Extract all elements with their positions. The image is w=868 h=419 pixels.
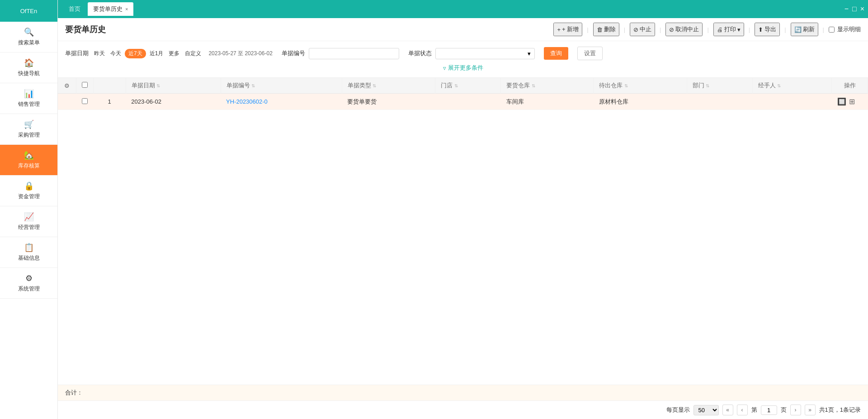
doc-num-label: 单据编号 [282,49,305,57]
cell-seq-0: 1 [93,94,126,110]
th-settings: ⚙ [58,78,76,94]
expand-filter-button[interactable]: ▿ 展开更多条件 [443,64,483,72]
select-all-checkbox[interactable] [82,82,88,88]
tab-home[interactable]: 首页 [63,2,86,16]
data-table: ⚙ 单据日期 ⇅ 单据编号 ⇅ [58,78,868,110]
cancel-stop-button[interactable]: ⊘ 取消中止 [665,23,703,36]
date-options: 昨天今天近7天近1月更多自定义 [92,49,203,58]
sidebar: OfTEn 🔍 搜索菜单 🏠 快捷导航 📊 销售管理 🛒 采购管理 🏡 库存核算… [0,0,58,419]
tab-label-requisition-history: 要货单历史 [93,5,123,13]
quick-nav-icon: 🏠 [24,58,34,68]
sort-req-warehouse-icon[interactable]: ⇅ [532,83,535,88]
th-checkbox [76,78,93,94]
table-body: 1 2023-06-02 YH-20230602-0 要货单要货 车间库 原材料… [58,94,868,110]
view-op-0[interactable]: 🔲 [837,97,846,106]
quick-nav-label: 快捷导航 [18,70,40,77]
tab-bar: 首页要货单历史× − □ × [58,0,868,18]
first-page-button[interactable]: « [722,405,733,415]
date-option-昨天[interactable]: 昨天 [92,49,107,58]
date-option-近1月[interactable]: 近1月 [148,49,165,58]
sort-doc-num-icon[interactable]: ⇅ [251,83,255,88]
sidebar-item-finance[interactable]: 🔒 资金管理 [0,176,57,206]
inventory-label: 库存核算 [18,162,40,170]
sidebar-item-system[interactable]: ⚙ 系统管理 [0,268,57,299]
date-option-更多[interactable]: 更多 [167,49,181,58]
maximize-button[interactable]: □ [852,5,857,13]
export-button[interactable]: ⬆ 导出 [755,23,780,36]
add-button[interactable]: + + 新增 [553,23,582,36]
last-page-button[interactable]: » [805,405,816,415]
sort-doc-type-icon[interactable]: ⇅ [373,83,376,88]
sort-handler-icon[interactable]: ⇅ [777,83,781,88]
doc-num-input[interactable] [309,48,399,59]
per-page-select[interactable]: 50 100 200 [693,405,719,415]
th-req-warehouse: 要货仓库 ⇅ [501,78,594,94]
print-icon: 🖨 [717,26,723,33]
status-label: 单据状态 [408,49,432,57]
status-select[interactable]: ▾ [435,48,535,59]
cell-handler-0 [752,94,831,110]
cell-checkbox[interactable] [76,94,93,110]
tab-requisition-history[interactable]: 要货单历史× [88,2,133,16]
sort-doc-date-icon[interactable]: ⇅ [156,83,160,88]
date-option-今天[interactable]: 今天 [108,49,123,58]
table-area: ⚙ 单据日期 ⇅ 单据编号 ⇅ [58,78,868,385]
more-op-0[interactable]: ⊞ [849,97,855,106]
close-button[interactable]: × [860,5,864,13]
status-filter-group: 单据状态 ▾ [408,48,535,59]
header-actions: + + 新增 | 🗑 删除 | ⊘ 中止 | ⊘ 取消中止 | [553,23,861,36]
cell-store-0 [435,94,501,110]
show-detail-toggle[interactable]: 显示明细 [829,25,861,33]
page-input[interactable] [761,405,777,415]
status-dropdown-icon: ▾ [528,50,531,57]
sidebar-item-quick-nav[interactable]: 🏠 快捷导航 [0,52,57,83]
tab-label-home: 首页 [69,5,80,13]
sort-pending-warehouse-icon[interactable]: ⇅ [624,83,628,88]
cell-ops-0: 🔲 ⊞ [832,94,868,110]
page-title: 要货单历史 [65,24,106,35]
next-page-button[interactable]: › [790,405,801,415]
delete-button[interactable]: 🗑 删除 [593,23,619,36]
row-ops-0: 🔲 ⊞ [837,97,863,106]
stop-icon: ⊘ [633,26,638,33]
sidebar-item-basic-info[interactable]: 📋 基础信息 [0,237,57,268]
cell-doc-type-0: 要货单要货 [342,94,435,110]
sales-icon: 📊 [24,89,34,99]
stop-button[interactable]: ⊘ 中止 [630,23,655,36]
per-page-label: 每页显示 [666,406,690,414]
inventory-icon: 🏡 [24,150,34,160]
basic-info-label: 基础信息 [18,254,40,262]
minimize-button[interactable]: − [844,5,849,13]
show-detail-checkbox[interactable] [829,27,835,33]
sidebar-item-purchase[interactable]: 🛒 采购管理 [0,114,57,145]
sort-store-icon[interactable]: ⇅ [454,83,458,88]
table-head: ⚙ 单据日期 ⇅ 单据编号 ⇅ [58,78,868,94]
date-option-近7天[interactable]: 近7天 [125,49,146,58]
refresh-button[interactable]: 🔄 刷新 [791,23,818,36]
sort-department-icon[interactable]: ⇅ [706,83,709,88]
doc-num-link-0[interactable]: YH-20230602-0 [226,98,268,105]
sidebar-item-sales[interactable]: 📊 销售管理 [0,83,57,114]
search-menu-label: 搜索菜单 [18,39,40,47]
sidebar-logo: OfTEn [0,0,57,22]
tab-close-requisition-history[interactable]: × [125,6,128,12]
row-checkbox-0[interactable] [82,98,88,104]
date-filter-label: 单据日期 [65,49,89,57]
print-button[interactable]: 🖨 打印 ▾ [713,23,744,36]
settings-button[interactable]: 设置 [577,47,603,60]
sidebar-item-search-menu[interactable]: 🔍 搜索菜单 [0,22,57,52]
page-header: 要货单历史 + + 新增 | 🗑 删除 | ⊘ 中止 | ⊘ [58,18,868,41]
th-doc-date: 单据日期 ⇅ [126,78,221,94]
th-department: 部门 ⇅ [687,78,752,94]
query-button[interactable]: 查询 [544,47,568,60]
date-option-自定义[interactable]: 自定义 [183,49,203,58]
prev-page-button[interactable]: ‹ [737,405,748,415]
sidebar-item-operation[interactable]: 📈 经营管理 [0,206,57,237]
operation-icon: 📈 [24,212,34,222]
refresh-icon: 🔄 [794,26,802,33]
sidebar-item-inventory[interactable]: 🏡 库存核算 [0,145,57,176]
page-prefix: 第 [751,406,757,414]
table-footer: 合计： [58,385,868,400]
main-content: 首页要货单历史× − □ × 要货单历史 + + 新增 | 🗑 删除 | [58,0,868,419]
print-dropdown-icon: ▾ [737,26,741,33]
